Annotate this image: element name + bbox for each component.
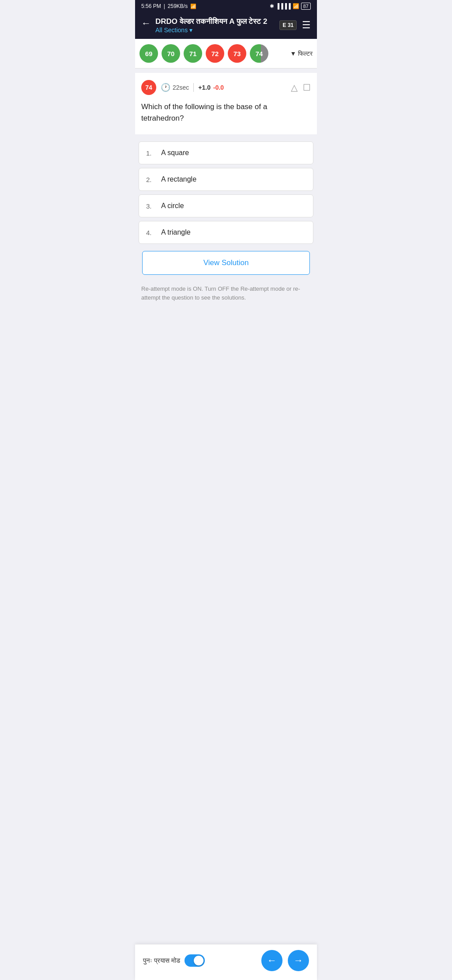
current-question-badge: 74 xyxy=(141,80,156,95)
option-3[interactable]: 3. A circle xyxy=(139,194,313,217)
option-4[interactable]: 4. A triangle xyxy=(139,221,313,244)
question-number-74[interactable]: 74 xyxy=(250,44,268,63)
option-text-2: A rectangle xyxy=(161,175,196,183)
reattempt-notice: Re-attempt mode is ON. Turn OFF the Re-a… xyxy=(139,279,313,307)
question-number-71[interactable]: 71 xyxy=(184,44,202,63)
question-meta: 74 🕐 22sec +1.0 -0.0 △ ☐ xyxy=(141,80,311,95)
language-badge[interactable]: E 31 xyxy=(279,20,297,30)
toggle-thumb xyxy=(194,956,203,965)
back-button[interactable]: ← xyxy=(141,18,151,29)
question-number-73[interactable]: 73 xyxy=(228,44,246,63)
question-numbers-row: 69 70 71 72 73 74 ▼ फिल्टर xyxy=(135,39,317,68)
chevron-down-icon: ▾ xyxy=(189,27,192,34)
option-text-4: A triangle xyxy=(161,228,191,236)
timer-value: 22sec xyxy=(173,84,189,91)
option-1[interactable]: 1. A square xyxy=(139,141,313,164)
section-label: All Sections xyxy=(155,27,188,34)
nav-left: ← DRDO वेल्डर तकनीशियन A फुल टेस्ट 2 All… xyxy=(141,17,267,34)
filter-button[interactable]: ▼ फिल्टर xyxy=(290,50,313,57)
filter-icon: ▼ xyxy=(290,50,296,57)
status-icon-4g: 📶 xyxy=(190,4,196,9)
bottom-bar: पुनः प्रयास मोड ← → xyxy=(135,944,317,980)
alert-icon[interactable]: △ xyxy=(291,82,298,93)
question-text: Which of the following is the base of a … xyxy=(141,101,311,124)
question-card: 74 🕐 22sec +1.0 -0.0 △ ☐ Which of the fo… xyxy=(135,73,317,134)
reattempt-toggle-group: पुनः प्रयास मोड xyxy=(143,954,205,967)
score-block: +1.0 -0.0 xyxy=(198,84,224,91)
bluetooth-icon: ✱ xyxy=(270,3,274,9)
status-right: ✱ ▐▐▐▐ 📶 87 xyxy=(270,3,311,10)
prev-question-button[interactable]: ← xyxy=(261,950,282,971)
top-nav: ← DRDO वेल्डर तकनीशियन A फुल टेस्ट 2 All… xyxy=(135,12,317,39)
menu-button[interactable]: ☰ xyxy=(302,19,311,31)
question-number-72[interactable]: 72 xyxy=(206,44,224,63)
battery-level: 87 xyxy=(301,3,311,10)
options-section: 1. A square 2. A rectangle 3. A circle 4… xyxy=(135,137,317,308)
meta-actions: △ ☐ xyxy=(291,82,311,93)
next-question-button[interactable]: → xyxy=(288,950,309,971)
option-num-2: 2. xyxy=(146,176,155,183)
timer-block: 🕐 22sec xyxy=(161,83,189,92)
nav-title-block: DRDO वेल्डर तकनीशियन A फुल टेस्ट 2 All S… xyxy=(155,17,267,34)
option-num-1: 1. xyxy=(146,149,155,157)
page-title: DRDO वेल्डर तकनीशियन A फुल टेस्ट 2 xyxy=(155,17,267,27)
score-positive: +1.0 xyxy=(198,84,211,91)
option-num-3: 3. xyxy=(146,202,155,210)
reattempt-label: पुनः प्रयास मोड xyxy=(143,957,180,965)
view-solution-button[interactable]: View Solution xyxy=(142,251,310,275)
reattempt-toggle[interactable] xyxy=(185,954,205,967)
timer-icon: 🕐 xyxy=(161,83,170,92)
status-speed: 259KB/s xyxy=(168,3,188,9)
option-text-3: A circle xyxy=(161,202,184,210)
wifi-icon: 📶 xyxy=(293,3,299,9)
nav-right: E 31 ☰ xyxy=(279,19,311,31)
status-time: 5:56 PM xyxy=(141,3,161,9)
option-num-4: 4. xyxy=(146,229,155,236)
nav-arrows: ← → xyxy=(261,950,309,971)
option-2[interactable]: 2. A rectangle xyxy=(139,168,313,191)
filter-label: फिल्टर xyxy=(298,50,313,57)
divider xyxy=(193,83,194,92)
option-text-1: A square xyxy=(161,149,189,157)
question-number-70[interactable]: 70 xyxy=(162,44,180,63)
signal-icon: ▐▐▐▐ xyxy=(276,3,291,9)
status-bar: 5:56 PM | 259KB/s 📶 ✱ ▐▐▐▐ 📶 87 xyxy=(135,0,317,12)
section-selector[interactable]: All Sections ▾ xyxy=(155,27,267,34)
content-spacer xyxy=(135,308,317,485)
status-left: 5:56 PM | 259KB/s 📶 xyxy=(141,3,196,9)
question-number-69[interactable]: 69 xyxy=(139,44,158,63)
status-divider: | xyxy=(164,3,165,9)
bookmark-icon[interactable]: ☐ xyxy=(303,82,311,93)
score-negative: -0.0 xyxy=(213,84,224,91)
